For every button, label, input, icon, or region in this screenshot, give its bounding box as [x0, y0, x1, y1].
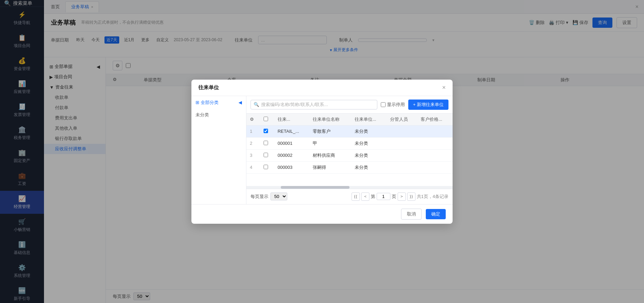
inner-table: ⚙ 往来... 往来单位名称 往来单位... 分管人员 客户价格... 1 — [246, 114, 453, 186]
prev-page-button[interactable]: ＜ — [361, 193, 369, 201]
dialog-title: 往来单位 — [198, 84, 442, 91]
scrollbar-thumb[interactable] — [281, 186, 349, 189]
partner-table: ⚙ 往来... 往来单位名称 往来单位... 分管人员 客户价格... 1 — [246, 114, 453, 174]
dialog-body: ⊞ 全部分类 ◀ 未分类 🔍 搜索编码/名称/简称/联系人/联系... 显示停用… — [191, 96, 453, 204]
category-panel: ⊞ 全部分类 ◀ 未分类 — [191, 96, 246, 204]
cell-code: RETAIL_... — [274, 125, 310, 137]
table-row[interactable]: 2 000001 甲 未分类 — [246, 137, 453, 149]
table-panel: 🔍 搜索编码/名称/简称/联系人/联系... 显示停用 + 新增往来单位 ⚙ 往… — [246, 96, 453, 204]
cell-num: 3 — [246, 149, 260, 161]
cell-category: 未分类 — [351, 161, 387, 173]
cell-code: 000001 — [274, 137, 310, 149]
confirm-button[interactable]: 确定 — [426, 209, 446, 219]
partner-dialog: 往来单位 × ⊞ 全部分类 ◀ 未分类 🔍 搜索编码/名称/简称/联系人/联系.… — [191, 80, 453, 224]
page-word: 第 — [371, 194, 375, 200]
grid-icon: ⊞ — [196, 100, 199, 105]
table-header-row: ⚙ 往来... 往来单位名称 往来单位... 分管人员 客户价格... — [246, 114, 453, 126]
table-row[interactable]: 1 RETAIL_... 零散客户 未分类 — [246, 125, 453, 137]
th-settings: ⚙ — [246, 114, 260, 126]
cell-manager — [387, 137, 417, 149]
cell-num: 1 — [246, 125, 260, 137]
dialog-header: 往来单位 × — [191, 80, 453, 96]
dialog-footer: 取消 确定 — [191, 204, 453, 224]
cell-price — [417, 137, 453, 149]
cell-checkbox[interactable] — [260, 149, 274, 161]
per-page-label: 每页显示 — [251, 194, 268, 200]
table-toolbar: 🔍 搜索编码/名称/简称/联系人/联系... 显示停用 + 新增往来单位 — [246, 96, 453, 114]
dialog-close-button[interactable]: × — [442, 84, 446, 91]
table-row[interactable]: 3 000002 材料供应商 未分类 — [246, 149, 453, 161]
page-total: 共1页，4条记录 — [417, 194, 448, 200]
table-row[interactable]: 4 000003 张嗣得 未分类 — [246, 161, 453, 173]
th-checkbox — [260, 114, 274, 126]
add-partner-button[interactable]: + 新增往来单位 — [408, 100, 448, 110]
page-nav: ⟨⟨ ＜ 第 页 ＞ ⟩⟩ 共1页，4条记录 — [352, 193, 448, 201]
search-icon: 🔍 — [254, 102, 259, 107]
show-disabled-label: 显示停用 — [387, 102, 405, 108]
th-code: 往来... — [274, 114, 310, 126]
partner-search-box[interactable]: 🔍 搜索编码/名称/简称/联系人/联系... — [251, 100, 377, 109]
cell-checkbox[interactable] — [260, 125, 274, 137]
cell-category: 未分类 — [351, 125, 387, 137]
th-manager: 分管人员 — [387, 114, 417, 126]
cell-code: 000002 — [274, 149, 310, 161]
cell-price — [417, 125, 453, 137]
cell-name: 甲 — [309, 137, 351, 149]
cell-manager — [387, 149, 417, 161]
th-name: 往来单位名称 — [309, 114, 351, 126]
select-all-table-checkbox[interactable] — [264, 117, 268, 121]
th-price: 客户价格... — [417, 114, 453, 126]
cell-category: 未分类 — [351, 149, 387, 161]
show-disabled-toggle[interactable]: 显示停用 — [381, 102, 405, 108]
cell-checkbox[interactable] — [260, 161, 274, 173]
last-page-button[interactable]: ⟩⟩ — [407, 193, 415, 201]
category-all[interactable]: ⊞ 全部分类 ◀ — [191, 96, 246, 109]
cell-code: 000003 — [274, 161, 310, 173]
search-placeholder: 搜索编码/名称/简称/联系人/联系... — [261, 102, 328, 108]
table-horizontal-scrollbar[interactable] — [246, 186, 453, 189]
cell-checkbox[interactable] — [260, 137, 274, 149]
cell-name: 零散客户 — [309, 125, 351, 137]
cell-name: 张嗣得 — [309, 161, 351, 173]
cell-num: 2 — [246, 137, 260, 149]
pagination: 每页显示 50 ⟨⟨ ＜ 第 页 ＞ ⟩⟩ 共1页，4条记录 — [246, 189, 453, 204]
cell-manager — [387, 161, 417, 173]
cell-price — [417, 149, 453, 161]
th-category: 往来单位... — [351, 114, 387, 126]
category-collapse-icon[interactable]: ◀ — [238, 100, 242, 105]
next-page-button[interactable]: ＞ — [398, 193, 406, 201]
page-input[interactable] — [377, 193, 390, 200]
cell-name: 材料供应商 — [309, 149, 351, 161]
page-word-label: 页 — [392, 194, 396, 200]
cell-price — [417, 161, 453, 173]
per-page-select[interactable]: 50 — [270, 193, 287, 200]
cell-category: 未分类 — [351, 137, 387, 149]
cancel-button[interactable]: 取消 — [401, 209, 422, 220]
per-page-area: 每页显示 50 — [251, 193, 287, 200]
category-unclassified[interactable]: 未分类 — [191, 109, 246, 121]
cell-num: 4 — [246, 161, 260, 173]
first-page-button[interactable]: ⟨⟨ — [352, 193, 360, 201]
show-disabled-checkbox[interactable] — [381, 102, 386, 107]
cell-manager — [387, 125, 417, 137]
